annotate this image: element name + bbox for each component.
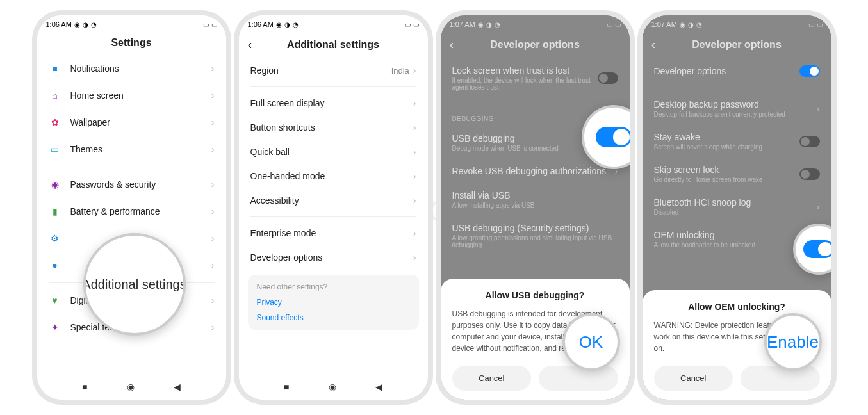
toggle-on[interactable] [799,65,820,77]
chevron-right-icon: › [211,179,215,190]
toggle-off[interactable] [799,136,820,147]
back-nav-icon[interactable]: ◀ [174,382,181,392]
battery-icon: ▭ [615,21,621,28]
row-label: Stay awake [654,132,799,142]
row-quickball[interactable]: Quick ball› [248,140,419,164]
status-bar: 1:07 AM◉◑◔ ▭▭ [441,15,630,31]
back-button[interactable]: ‹ [651,37,667,52]
ok-label: OK [579,332,603,352]
row-dev-options[interactable]: Developer options [651,58,823,84]
status-icon: ◔ [495,21,500,28]
row-label: Button shortcuts [250,122,413,133]
recents-icon[interactable]: ■ [82,382,87,392]
chevron-right-icon: › [211,206,215,216]
row-label: Notifications [70,63,211,74]
toggle-on-icon [596,127,630,147]
status-bar: 1:06 AM◉◑◔ ▭▭ [37,15,226,31]
privacy-link[interactable]: Privacy [257,298,410,307]
nav-bar: ■ ◉ ◀ [37,374,226,400]
row-onehanded[interactable]: One-handed mode› [248,164,419,188]
footer-label: Need other settings? [257,282,410,291]
row-value: India [391,66,409,76]
row-accessibility[interactable]: Accessibility› [248,188,419,213]
row-sub: Allow installing apps via USB [452,202,618,209]
back-button[interactable]: ‹ [450,37,465,52]
row-passwords[interactable]: ◉Passwords & security› [46,171,217,198]
back-nav-icon[interactable]: ◀ [375,382,382,392]
row-notifications[interactable]: ■Notifications› [46,55,217,82]
enable-label: Enable [767,332,819,352]
cancel-button[interactable]: Cancel [452,366,532,391]
back-button[interactable]: ‹ [248,37,263,52]
row-themes[interactable]: ▭Themes› [46,136,217,163]
signal-icon: ▭ [405,21,411,28]
chevron-right-icon: › [211,117,215,127]
row-hci[interactable]: Bluetooth HCI snoop logDisabled› [651,190,823,223]
page-title: Additional settings [263,39,404,51]
chevron-right-icon: › [211,295,215,305]
status-icon: ◑ [486,21,492,28]
chevron-right-icon: › [413,147,416,157]
divider [250,216,416,217]
home-nav-icon[interactable]: ◉ [127,382,135,392]
toggle-off[interactable] [598,72,618,84]
row-install-usb[interactable]: Install via USBAllow installing apps via… [450,183,621,216]
toggle-on-icon: .phone:last-of-type .zoom-toggle::after{… [803,240,831,258]
row-label: Wallpaper [70,117,211,127]
row-sub: Go directly to Home screen from wake [654,176,799,183]
signal-icon: ▭ [203,21,209,28]
status-time: 1:06 AM [248,20,274,28]
nav-bar: ■ ◉ ◀ [239,374,428,400]
status-icon: ◔ [293,21,299,28]
divider [452,102,618,102]
row-label: Skip screen lock [654,165,799,175]
chevron-right-icon: › [211,63,215,74]
chevron-right-icon: › [211,322,215,332]
cancel-button[interactable]: Cancel [654,366,733,391]
page-title: Developer options [667,39,807,51]
ok-button[interactable] [539,366,618,391]
header: ‹ Developer options [643,31,831,58]
enable-button[interactable] [741,366,820,391]
status-icon: ◉ [478,21,484,28]
row-skip-lock[interactable]: Skip screen lockGo directly to Home scre… [651,158,823,190]
chevron-right-icon: › [817,104,820,114]
toggle-off[interactable] [799,168,820,180]
zoom-ok-button: OK [562,313,620,371]
chevron-right-icon: › [413,228,416,238]
header: ‹ Additional settings [239,31,428,58]
wellbeing-icon: ♥ [49,294,61,307]
status-icon: ◉ [276,21,282,28]
row-label: Developer options [250,252,413,263]
row-enterprise[interactable]: Enterprise mode› [248,221,419,245]
row-wallpaper[interactable]: ✿Wallpaper› [46,109,217,136]
row-shortcuts[interactable]: Button shortcuts› [248,115,419,140]
row-region[interactable]: RegionIndia› [248,58,419,83]
chevron-right-icon: › [211,260,215,270]
header: Settings [37,31,226,55]
zoom-label: Additional settings [83,277,186,292]
row-lock-trust[interactable]: Lock screen when trust is lostIf enabled… [450,58,621,98]
row-stay-awake[interactable]: Stay awakeScreen will never sleep while … [651,125,823,158]
modal-title: Allow USB debugging? [452,290,618,300]
row-label: USB debugging (Security settings) [452,223,618,233]
row-developer[interactable]: Developer options› [248,245,419,270]
status-time: 1:06 AM [46,20,72,28]
phone-additional-settings: 1:06 AM◉◑◔ ▭▭ ‹ Additional settings Regi… [239,15,428,400]
wallpaper-icon: ✿ [49,116,61,129]
zoom-enable-button: Enable [764,313,822,371]
status-bar: 1:06 AM◉◑◔ ▭▭ [239,15,428,31]
status-icon: ◔ [91,21,97,28]
recents-icon[interactable]: ■ [284,382,289,392]
row-backup[interactable]: Desktop backup passwordDesktop full back… [651,92,823,125]
page-title: Settings [46,37,217,49]
row-home-screen[interactable]: ⌂Home screen› [46,82,217,109]
row-label: Home screen [70,90,211,101]
row-usb-security[interactable]: USB debugging (Security settings)Allow g… [450,216,621,256]
row-fullscreen[interactable]: Full screen display› [248,91,419,115]
home-nav-icon[interactable]: ◉ [329,382,336,392]
sound-link[interactable]: Sound effects [257,313,410,322]
row-battery[interactable]: ▮Battery & performance› [46,198,217,225]
row-label: Lock screen when trust is lost [452,65,598,76]
row-sub: Disabled [654,209,817,216]
